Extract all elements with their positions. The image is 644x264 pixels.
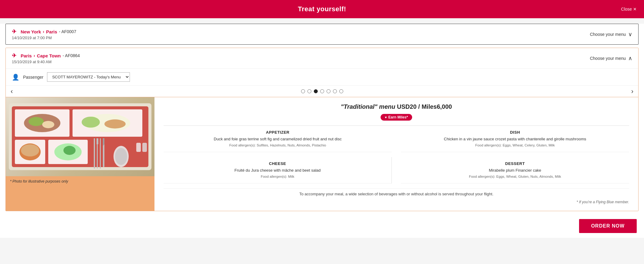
plane-icon-1: ✈	[12, 28, 16, 35]
flight-2-city-to: Cape Town	[37, 53, 61, 58]
flight-2-info: ✈ Paris › Cape Town - AF0864 15/10/2019 …	[12, 52, 80, 64]
svg-rect-20	[98, 138, 98, 144]
flight-2-date: 15/10/2019 at 9:40 AM	[12, 60, 80, 64]
dish-desc: Chicken in a vin jaune sauce crozet past…	[401, 136, 629, 142]
dessert-allergen: Food allergen(s): Eggs, Wheat, Gluten, N…	[401, 174, 629, 179]
svg-point-4	[29, 117, 44, 126]
earn-miles-pill: ♥ Earn Miles*	[381, 114, 412, 121]
menu-title: "Traditional" menu USD20 / Miles6,000	[164, 103, 629, 110]
flight-2-header[interactable]: ✈ Paris › Cape Town - AF0864 15/10/2019 …	[6, 48, 638, 68]
flight-row-2: ✈ Paris › Cape Town - AF0864 15/10/2019 …	[5, 48, 639, 211]
meal-illustration	[6, 97, 154, 176]
carousel-dot-5[interactable]	[333, 89, 337, 93]
footer: ORDER NOW	[0, 214, 644, 238]
earn-miles-badge: ♥ Earn Miles*	[164, 114, 629, 121]
earn-miles-label: Earn Miles*	[388, 115, 408, 119]
heart-icon: ♥	[385, 115, 387, 119]
svg-rect-26	[142, 143, 147, 152]
passenger-label: Passenger	[23, 75, 43, 80]
carousel-dot-2[interactable]	[314, 89, 318, 93]
dessert-desc: Mirabelle plum Financier cake	[401, 168, 629, 173]
menu-section-cheese: CHEESE Fruité du Jura cheese with mâche …	[164, 157, 392, 183]
menu-section-dish: DISH Chicken in a vin jaune sauce crozet…	[401, 126, 629, 152]
carousel-dot-0[interactable]	[301, 89, 305, 93]
carousel-prev-button[interactable]: ‹	[6, 87, 18, 95]
dish-allergen: Food allergen(s): Eggs, Wheat, Celery, G…	[401, 143, 629, 148]
flight-1-date: 14/10/2019 at 7:00 PM	[12, 36, 76, 40]
carousel-dot-4[interactable]	[327, 89, 330, 93]
chevron-up-icon-2: ∧	[628, 55, 632, 62]
menu-name: "Traditional" menu	[341, 103, 395, 110]
plane-icon-2: ✈	[12, 52, 16, 59]
passenger-icon: 👤	[12, 74, 19, 81]
cheese-allergen: Food allergen(s): Milk	[164, 174, 391, 179]
flight-1-number: - AF0007	[59, 29, 76, 34]
dish-title: DISH	[401, 130, 629, 135]
flying-blue-note: * If you're a Flying Blue member.	[164, 197, 629, 205]
passenger-row: 👤 Passenger SCOTT MAYEROWITZ - Today's M…	[6, 68, 638, 85]
carousel-next-button[interactable]: ›	[626, 87, 638, 95]
svg-point-9	[104, 119, 126, 129]
carousel-dot-3[interactable]	[320, 89, 324, 93]
appetizer-title: APPETIZER	[164, 130, 392, 135]
cheese-desc: Fruité du Jura cheese with mâche and bee…	[164, 168, 391, 173]
svg-point-5	[42, 121, 54, 128]
svg-rect-25	[136, 143, 141, 152]
appetizer-desc: Duck and foie gras terrine soft fig and …	[164, 136, 392, 142]
flight-2-route: ✈ Paris › Cape Town - AF0864	[12, 52, 80, 59]
cheese-title: CHEESE	[164, 161, 391, 166]
close-button[interactable]: Close ✕	[621, 7, 637, 12]
svg-rect-16	[94, 138, 95, 169]
svg-point-12	[21, 144, 39, 156]
svg-point-15	[63, 146, 76, 155]
menu-section-dessert: DESSERT Mirabelle plum Financier cake Fo…	[401, 157, 629, 183]
flight-2-number: - AF0864	[63, 53, 80, 58]
flight-1-header[interactable]: ✈ New York › Paris - AF0007 14/10/2019 a…	[6, 24, 638, 44]
passenger-select[interactable]: SCOTT MAYEROWITZ - Today's Menu	[47, 72, 130, 82]
beverages-text: To accompany your meal, a wide selection…	[164, 188, 629, 197]
flight-1-action[interactable]: Choose your menu ∨	[590, 31, 632, 38]
chevron-down-icon-1: ∨	[628, 31, 632, 38]
food-image	[6, 97, 154, 176]
menu-section-appetizer: APPETIZER Duck and foie gras terrine sof…	[164, 126, 392, 152]
flight-2-city-from: Paris	[21, 53, 32, 58]
order-now-button[interactable]: ORDER NOW	[579, 219, 637, 233]
arrow-icon-2: ›	[34, 53, 35, 58]
carousel-nav: ‹ ›	[6, 85, 638, 97]
dessert-title: DESSERT	[401, 161, 629, 166]
svg-rect-19	[97, 138, 97, 144]
flight-2-action-label: Choose your menu	[590, 56, 626, 61]
carousel-dot-6[interactable]	[339, 89, 343, 93]
flight-1-info: ✈ New York › Paris - AF0007 14/10/2019 a…	[12, 28, 76, 40]
arrow-icon-1: ›	[43, 29, 44, 34]
main-content: ✈ New York › Paris - AF0007 14/10/2019 a…	[0, 24, 644, 238]
photo-note: * Photo for illustrative purposes only	[6, 176, 154, 187]
carousel-dot-1[interactable]	[307, 89, 311, 93]
menu-grid: APPETIZER Duck and foie gras terrine sof…	[164, 125, 629, 197]
flight-2-action[interactable]: Choose your menu ∧	[590, 55, 632, 62]
appetizer-allergen: Food allergen(s): Sulfites, Hazelnuts, N…	[164, 143, 392, 148]
svg-point-8	[82, 117, 100, 128]
menu-image-panel: * Photo for illustrative purposes only	[6, 97, 154, 211]
header: Treat yourself! Close ✕	[0, 0, 644, 18]
flight-row-1: ✈ New York › Paris - AF0007 14/10/2019 a…	[5, 24, 639, 45]
page-title: Treat yourself!	[298, 5, 346, 13]
svg-point-24	[115, 148, 127, 165]
menu-details: "Traditional" menu USD20 / Miles6,000 ♥ …	[154, 97, 638, 211]
svg-rect-18	[100, 138, 101, 169]
menu-price: USD20 / Miles6,000	[397, 103, 452, 110]
flight-1-route: ✈ New York › Paris - AF0007	[12, 28, 76, 35]
flight-1-city-from: New York	[21, 29, 41, 34]
flight-1-city-to: Paris	[46, 29, 57, 34]
flight-1-action-label: Choose your menu	[590, 32, 626, 37]
menu-card: * Photo for illustrative purposes only "…	[6, 97, 638, 211]
